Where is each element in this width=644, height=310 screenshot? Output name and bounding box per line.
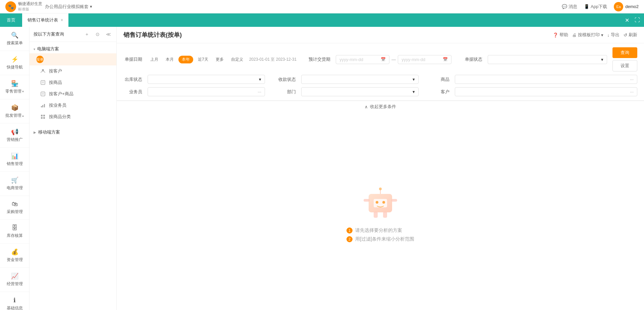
logo-sub: 标准版 (18, 7, 42, 12)
sidebar-item-basic-info[interactable]: ℹ 基础信息 (0, 292, 29, 310)
sidebar-item-wholesale-mgmt-label: 批发管理 (5, 113, 21, 118)
delivery-date-group: yyyy-mm-dd 📅 — yyyy-mm-dd 📅 (336, 55, 451, 64)
collapse-bar[interactable]: ∧ 收起更多条件 (117, 101, 644, 112)
scheme-item-by-cust-prod[interactable]: 按客户+商品 (30, 88, 116, 100)
department-label: 部门 (277, 89, 296, 95)
window-maximize-icon[interactable]: ⛶ (633, 16, 641, 24)
sidebar-item-search-menu[interactable]: 🔍 搜索菜单 (0, 27, 29, 51)
delivery-start-placeholder: yyyy-mm-dd (339, 57, 363, 62)
logo-text: 畅捷通好生意 (18, 1, 42, 7)
tab-sales-order-stats[interactable]: 销售订单统计表 × (22, 13, 68, 27)
refresh-button[interactable]: ↺ 刷新 (624, 32, 637, 38)
scheme-collapse-icon: ≪ (106, 32, 111, 37)
user-area[interactable]: Ea demo2 (614, 2, 639, 11)
scheme-item-by-customer[interactable]: 按客户 (30, 65, 116, 77)
topbar-left: 🐾 畅捷通好生意 标准版 办公用品行业模拟账套 ▾ (5, 1, 92, 12)
sidebar-item-operation[interactable]: 📈 经营管理 (0, 268, 29, 292)
customer-select[interactable]: ··· (455, 87, 637, 96)
date-btn-custom[interactable]: 自定义 (228, 56, 246, 63)
date-btn-this-month[interactable]: 本月 (163, 56, 176, 63)
app-download-icon: 📱 (584, 4, 589, 9)
export-button[interactable]: ↓ 导出 (607, 32, 620, 38)
mobile-scheme-group[interactable]: ▶ 移动端方案 (30, 128, 116, 137)
scheme-item-by-category[interactable]: 按商品分类 (30, 111, 116, 122)
date-btn-last-month[interactable]: 上月 (148, 56, 161, 63)
svg-rect-21 (383, 212, 387, 218)
svg-rect-19 (391, 199, 397, 202)
sidebar-item-wholesale-mgmt[interactable]: 📦 批发管理 ▴ (0, 99, 29, 123)
window-close-icon[interactable]: ✕ (624, 16, 631, 25)
filter-row-3: 业务员 ··· 部门 ▾ 客户 ··· (123, 87, 637, 96)
message-button[interactable]: 💬 消息 (562, 4, 577, 10)
sidebar-item-inventory[interactable]: 🗄 库存核算 (0, 220, 29, 244)
payment-status-label: 收款状态 (277, 76, 296, 83)
svg-rect-4 (41, 92, 45, 96)
breadcrumb[interactable]: 办公用品行业模拟账套 ▾ (45, 4, 92, 10)
pc-scheme-group[interactable]: ▾ 电脑端方案 (30, 45, 116, 53)
product-dots[interactable]: ··· (630, 77, 634, 82)
scheme-by-salesperson-label: 按业务员 (49, 102, 66, 108)
delivery-date-end[interactable]: yyyy-mm-dd 📅 (398, 55, 451, 64)
scheme-item-by-order[interactable]: 按单 (30, 53, 116, 65)
product-select[interactable]: ··· (455, 75, 637, 84)
scheme-panel-header: 按以下方案查询 + ⊙ ≪ (30, 27, 116, 42)
scheme-settings-button[interactable]: ⊙ (94, 30, 102, 38)
filter-row-1: 单据日期 上月 本月 本年 近7天 更多 自定义 2023-01-01 至 20… (123, 47, 637, 71)
empty-illustration (360, 180, 400, 221)
empty-hint-1-text: 请先选择要分析的方案 (355, 227, 402, 234)
settings-button[interactable]: 设置 (612, 60, 637, 71)
delivery-status-label: 出库状态 (123, 76, 142, 83)
sidebar-item-retail-mgmt[interactable]: 🏪 零售管理 ▾ (0, 75, 29, 99)
salesperson-dots[interactable]: ··· (258, 89, 261, 94)
sidebar-item-purchase[interactable]: 🛍 采购管理 (0, 196, 29, 220)
add-scheme-icon: + (86, 32, 88, 37)
sidebar-item-sales-mgmt[interactable]: 📊 销售管理 (0, 148, 29, 172)
message-label: 消息 (569, 4, 577, 10)
mobile-scheme-group-label: 移动端方案 (38, 129, 60, 135)
payment-status-select[interactable]: ▾ (301, 75, 419, 84)
date-btn-more[interactable]: 更多 (213, 56, 226, 63)
sidebar-item-operation-label: 经营管理 (7, 281, 23, 287)
department-select[interactable]: ▾ (301, 87, 419, 96)
scheme-active-badge: 按单 (36, 56, 44, 63)
print-button[interactable]: 🖨 按模板打印 ▾ (572, 32, 603, 38)
help-button[interactable]: ❓ 帮助 (553, 32, 568, 38)
pc-scheme-group-label: 电脑端方案 (37, 46, 59, 52)
sidebar-item-basic-info-label: 基础信息 (7, 305, 23, 310)
tab-home[interactable]: 首页 (0, 13, 22, 27)
salesperson-select[interactable]: ··· (148, 87, 265, 96)
scheme-by-cust-prod-label: 按客户+商品 (49, 91, 73, 97)
date-btn-this-year[interactable]: 本年 (178, 56, 193, 63)
scheme-collapse-button[interactable]: ≪ (104, 30, 112, 38)
delivery-status-select[interactable]: ▾ (148, 75, 265, 84)
tab-active-label: 销售订单统计表 (28, 17, 58, 23)
query-button[interactable]: 查询 (612, 47, 637, 58)
scheme-by-customer-icon (40, 68, 46, 74)
app-download-button[interactable]: 📱 App下载 (584, 4, 607, 10)
scheme-by-salesperson-icon (40, 102, 46, 109)
sidebar-item-purchase-label: 采购管理 (7, 209, 23, 215)
help-icon: ❓ (553, 33, 558, 38)
scheme-item-by-salesperson[interactable]: 按业务员 (30, 100, 116, 111)
scheme-add-button[interactable]: + (83, 30, 91, 38)
svg-rect-9 (44, 104, 45, 107)
delivery-date-start[interactable]: yyyy-mm-dd 📅 (336, 55, 389, 64)
customer-dots[interactable]: ··· (630, 89, 634, 94)
scheme-item-by-product[interactable]: 按商品 (30, 77, 116, 88)
delivery-end-placeholder: yyyy-mm-dd (401, 57, 425, 62)
logo-icon: 🐾 (5, 1, 16, 12)
scheme-by-customer-label: 按客户 (49, 68, 62, 74)
marketing-icon: 📢 (11, 128, 18, 136)
sidebar-item-quick-nav[interactable]: ⚡ 快捷导航 (0, 51, 29, 75)
sidebar-item-finance[interactable]: 💰 资金管理 (0, 244, 29, 268)
tab-close-icon[interactable]: × (61, 18, 63, 22)
scheme-by-category-label: 按商品分类 (49, 114, 71, 120)
empty-hint-2: 2 用[过滤]条件来缩小分析范围 (346, 236, 414, 242)
sidebar-item-marketing[interactable]: 📢 营销推广 (0, 123, 29, 148)
scheme-panel-title: 按以下方案查询 (34, 31, 80, 37)
svg-rect-1 (41, 81, 45, 85)
sidebar-item-ecommerce[interactable]: 🛒 电商管理 (0, 172, 29, 196)
date-btn-last-7[interactable]: 近7天 (195, 56, 211, 63)
status-select[interactable]: ▾ (488, 55, 607, 64)
cal-start-icon: 📅 (381, 57, 386, 62)
